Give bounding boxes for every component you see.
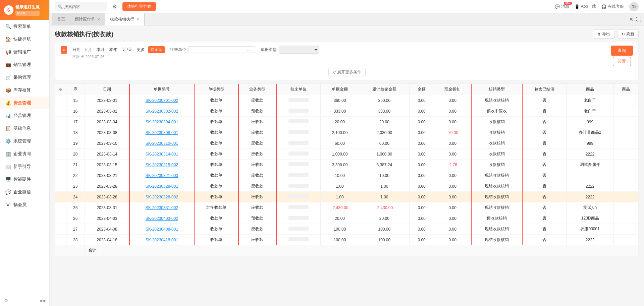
row-include-settled: 否 xyxy=(522,235,566,245)
row-balance: 0.00 xyxy=(410,224,434,235)
row-cancel-type: 现结收款核销 xyxy=(471,170,522,181)
search-input[interactable] xyxy=(64,4,104,9)
row-no: 25 xyxy=(66,202,85,213)
sidebar-item-label: 快捷导航 xyxy=(13,36,31,42)
table-settings-col[interactable]: ⚙ xyxy=(55,84,66,95)
sidebar-item-inventory[interactable]: 📦库存核算 xyxy=(0,84,49,97)
row-goods2 xyxy=(614,202,638,213)
row-partner xyxy=(276,95,320,106)
row-doc-no: SK-20230301-002 xyxy=(129,95,194,106)
doc-no-link[interactable]: SK-20230331-002 xyxy=(146,205,178,210)
row-no: 21 xyxy=(66,160,85,170)
table-row: 22 2023-03-21 SK-20230321-003 收款单 应收款 10… xyxy=(55,170,638,181)
doc-no-link[interactable]: SK-20230328-002 xyxy=(146,195,178,199)
row-partner xyxy=(276,117,320,127)
doc-no-link[interactable]: SK-20230403-002 xyxy=(146,216,178,221)
collapse-icon[interactable]: ◀◀ xyxy=(39,298,45,303)
row-settings xyxy=(55,149,66,160)
row-include-settled: 否 xyxy=(522,202,566,213)
doc-no-link[interactable]: SK-20230301-002 xyxy=(146,98,178,103)
this-month-link[interactable]: 本月 xyxy=(95,46,106,53)
app-download-button[interactable]: 📱 App下载 xyxy=(575,4,596,9)
total-label xyxy=(55,245,85,256)
doc-no-link[interactable]: SK-20230418-001 xyxy=(146,238,178,242)
tab-home[interactable]: 首页 xyxy=(52,13,70,25)
service-button[interactable]: 🎧 在线客服 xyxy=(601,4,624,9)
message-badge: 99+ xyxy=(564,2,572,5)
doc-no-link[interactable]: SK-20230328-001 xyxy=(146,184,178,189)
doc-no-link[interactable]: SK-20230314-001 xyxy=(146,152,178,157)
sidebar-item-purchase[interactable]: 🛒采购管理 xyxy=(0,71,49,84)
user-avatar[interactable]: Rit xyxy=(629,2,639,11)
sidebar-item-sales[interactable]: 💼销售管理 xyxy=(0,58,49,71)
sidebar-item-corp[interactable]: 🏢企业协同 xyxy=(0,147,49,160)
table-row: 28 2023-04-18 SK-20230418-001 收款单 应收款 10… xyxy=(55,235,638,245)
tab-payment-execution[interactable]: 收款核销执行✕ xyxy=(105,13,145,25)
partner-dots-icon[interactable]: ... xyxy=(247,47,252,52)
row-cumulative: 100.00 xyxy=(359,224,410,235)
refresh-icon: ↻ xyxy=(622,32,625,37)
sidebar-item-search[interactable]: 🔍搜索菜单 xyxy=(0,20,49,33)
maximize-button[interactable]: ⛶ xyxy=(636,16,641,22)
sidebar-item-guide[interactable]: 📖新手引导 xyxy=(0,160,49,173)
row-no: 20 xyxy=(66,149,85,160)
export-button[interactable]: ⬆ 导出 xyxy=(593,29,614,39)
row-goods2 xyxy=(614,235,638,245)
row-goods2 xyxy=(614,192,638,202)
filter-toggle[interactable]: » xyxy=(61,46,67,54)
sales-icon: 💼 xyxy=(5,62,11,67)
total-row: 合计 xyxy=(55,245,638,256)
expand-more-button[interactable]: ▽ 展开更多条件 xyxy=(328,68,366,76)
row-doc-no: SK-20230310-001 xyxy=(129,138,194,149)
row-cancel-type: 收款核销 xyxy=(471,138,522,149)
tab-close-advance-payment[interactable]: ✕ xyxy=(97,17,100,22)
sidebar-item-basics[interactable]: 📋基础信息 xyxy=(0,122,49,135)
sidebar-item-member[interactable]: V畅会员 xyxy=(0,198,49,211)
last-7-days-link[interactable]: 近7天 xyxy=(121,46,134,53)
doc-no-link[interactable]: SK-20230310-001 xyxy=(146,141,178,146)
tab-advance-payment[interactable]: 预计应付单✕ xyxy=(70,13,105,25)
doc-no-link[interactable]: SK-20230321-003 xyxy=(146,173,178,178)
sidebar-item-wechat[interactable]: 💬企业微信 xyxy=(0,186,49,198)
topbar-right: 💬 消息 99+ 📱 App下载 🎧 在线客服 Rit xyxy=(555,2,639,11)
this-year-link[interactable]: 本年 xyxy=(108,46,119,53)
filter-settings-button[interactable]: 设置 xyxy=(613,57,631,66)
row-date: 2023-03-10 xyxy=(85,138,129,149)
row-doc-type: 收款单 xyxy=(194,192,238,202)
last-month-link[interactable]: 上月 xyxy=(83,46,93,53)
partner-input[interactable] xyxy=(191,47,246,52)
table-row: 23 2023-03-28 SK-20230328-001 收款单 应收款 1.… xyxy=(55,181,638,192)
row-date: 2023-04-18 xyxy=(85,235,129,245)
main-content: 🔍 ⚙ 体验行业方案 💬 消息 99+ 📱 App下载 🎧 在线客服 Rit xyxy=(50,0,644,306)
query-button[interactable]: 查询 xyxy=(611,46,633,56)
sidebar-item-marketing[interactable]: 📢营销推广 xyxy=(0,46,49,58)
doc-no-link[interactable]: SK-20230304-001 xyxy=(146,120,178,124)
custom-date-btn[interactable]: 自定义 xyxy=(148,46,165,53)
doc-no-link[interactable]: SK-20230315-002 xyxy=(146,163,178,167)
sidebar-item-finance[interactable]: 💰资金管理 xyxy=(0,97,49,109)
row-settings xyxy=(55,192,66,202)
query-section: 查询 设置 xyxy=(611,46,633,66)
sidebar-item-system[interactable]: ⚙️系统管理 xyxy=(0,135,49,147)
tab-close-payment-execution[interactable]: ✕ xyxy=(136,17,140,22)
more-date-link[interactable]: 更多 xyxy=(136,46,146,53)
solution-button[interactable]: 体验行业方案 xyxy=(122,2,156,11)
row-cash-discount: 0.00 xyxy=(434,149,471,160)
row-doc-type: 收款单 xyxy=(194,149,238,160)
message-button[interactable]: 💬 消息 99+ xyxy=(555,4,569,9)
sidebar-item-hardware[interactable]: 🖥️智能硬件 xyxy=(0,173,49,186)
row-partner xyxy=(276,138,320,149)
row-cancel-type: 收款核销 xyxy=(471,127,522,138)
sidebar-item-shortcut[interactable]: 🏠快捷导航 xyxy=(0,33,49,46)
doc-no-link[interactable]: SK-20230308-001 xyxy=(146,130,178,135)
doc-no-link[interactable]: SK-20230302-002 xyxy=(146,109,178,114)
row-doc-no: SK-20230314-001 xyxy=(129,149,194,160)
doc-no-link[interactable]: SK-20230408-001 xyxy=(146,227,178,232)
doc-type-select[interactable] xyxy=(279,46,319,54)
gear-icon[interactable]: ⚙ xyxy=(112,3,117,10)
settings-icon[interactable]: ⚙ xyxy=(4,298,8,303)
sidebar-item-operations[interactable]: 📊经营管理 xyxy=(0,109,49,122)
row-cancel-type: 预收款核销 xyxy=(471,213,522,224)
refresh-button[interactable]: ↻ 刷新 xyxy=(617,29,639,39)
close-tab-button[interactable]: ✕ xyxy=(629,16,633,22)
